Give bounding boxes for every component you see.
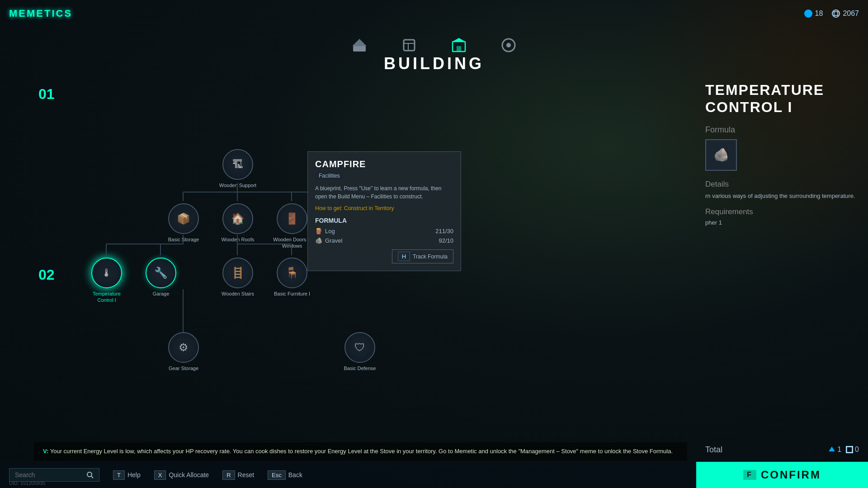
expand-icon [832, 9, 840, 18]
reset-label: Reset [238, 471, 255, 479]
points-value: 18 [815, 9, 823, 18]
node-gear-storage[interactable]: ⚙ Gear Storage [163, 332, 204, 371]
node-wooden-roofs[interactable]: 🏠 Wooden Roofs [217, 203, 258, 243]
top-resources: 18 2067 [804, 9, 859, 18]
node-icon-basic-furniture: 🪑 [285, 267, 299, 279]
details-text: rn various ways of adjusting the surroun… [705, 192, 859, 201]
search-input[interactable] [15, 471, 83, 479]
req-item: pher 1 [705, 219, 859, 226]
cat-icon-4[interactable] [497, 34, 520, 56]
track-formula-button[interactable]: H Track Formula [392, 249, 453, 263]
node-icon-wooden-stairs: 🪜 [231, 267, 245, 279]
node-basic-defense[interactable]: 🛡 Basic Defense [340, 332, 380, 371]
svg-rect-2 [353, 46, 366, 52]
cat-icon-2[interactable] [398, 34, 420, 56]
help-key: T [113, 470, 125, 480]
total-points-icon [828, 446, 835, 453]
node-circle-garage: 🔧 [146, 258, 176, 288]
node-icon-wooden-roofs: 🏠 [231, 212, 245, 225]
node-label-garage: Garage [153, 291, 170, 297]
help-button[interactable]: T Help [113, 470, 141, 480]
node-icon-basic-storage: 📦 [177, 212, 190, 225]
node-icon-temperature-control: 🌡 [101, 267, 112, 279]
svg-marker-8 [453, 38, 465, 42]
node-basic-storage[interactable]: 📦 Basic Storage [163, 203, 204, 243]
reset-key: R [222, 470, 235, 480]
esc-key: Esc [268, 470, 286, 480]
search-box[interactable] [9, 468, 99, 482]
track-key-badge: H [398, 252, 410, 261]
log-name: Log [325, 228, 335, 235]
node-label-basic-storage: Basic Storage [168, 236, 199, 243]
expand-value: 2067 [843, 9, 859, 18]
tooltip-formula-title: FORMULA [315, 217, 453, 224]
total-points: 1 [828, 446, 841, 454]
bottom-message: V: Your current Energy Level is low, whi… [34, 442, 687, 461]
track-label: Track Formula [413, 253, 448, 260]
quick-alloc-key: X [154, 470, 166, 480]
tooltip-popup: CAMPFIRE Facilities A blueprint. Press "… [307, 151, 461, 271]
svg-point-27 [87, 472, 92, 477]
svg-point-11 [506, 43, 511, 47]
search-icon [86, 471, 94, 479]
section-title: BUILDING [384, 54, 484, 73]
node-label-wooden-support: Wooden Support [219, 182, 256, 188]
bottom-key: V: [43, 448, 48, 455]
points-icon [804, 9, 812, 18]
back-button[interactable]: Esc Back [268, 470, 302, 480]
cat-icon-1[interactable] [348, 34, 371, 56]
node-label-temperature-control: Temperature Control I [86, 291, 127, 304]
node-circle-wooden-roofs: 🏠 [222, 203, 253, 234]
bottom-message-text: V: Your current Energy Level is low, whi… [43, 447, 678, 456]
total-points-val: 1 [837, 446, 841, 454]
node-wooden-doors[interactable]: 🚪 Wooden Doors & Windows [272, 203, 312, 249]
confirm-button[interactable]: F CONFIRM [696, 462, 868, 488]
svg-marker-3 [352, 39, 367, 46]
total-expand-val: 0 [855, 446, 859, 454]
formula-label: Formula [705, 125, 859, 135]
total-expand: 0 [846, 446, 859, 454]
node-label-wooden-doors: Wooden Doors & Windows [272, 236, 312, 249]
tooltip-formula-name-log: 🪵 Log [315, 228, 335, 235]
node-label-basic-defense: Basic Defense [344, 365, 376, 371]
node-circle-gear-storage: ⚙ [168, 332, 199, 363]
reset-button[interactable]: R Reset [222, 470, 254, 480]
bottom-bar: T Help X Quick Allocate R Reset Esc Back [0, 462, 696, 488]
cat-icon-building[interactable] [448, 34, 470, 56]
details-label: Details [705, 180, 859, 189]
svg-rect-4 [404, 40, 415, 51]
node-basic-furniture[interactable]: 🪑 Basic Furniture I [272, 258, 312, 297]
tooltip-formula-name-gravel: 🪨 Gravel [315, 237, 342, 244]
node-circle-wooden-doors: 🚪 [277, 203, 307, 234]
uid-text: UID: 151205935 [9, 480, 45, 486]
svg-rect-26 [846, 446, 852, 452]
node-wooden-stairs[interactable]: 🪜 Wooden Stairs [217, 258, 258, 297]
node-icon-basic-defense: 🛡 [354, 341, 365, 354]
node-icon-wooden-support: 🏗 [232, 158, 243, 171]
node-temperature-control[interactable]: 🌡 Temperature Control I [86, 258, 127, 304]
node-garage[interactable]: 🔧 Garage [141, 258, 181, 297]
formula-icon: 🪨 [705, 139, 737, 171]
node-icon-gear-storage: ⚙ [179, 341, 189, 354]
node-label-basic-furniture: Basic Furniture I [274, 291, 310, 297]
tooltip-title: CAMPFIRE [315, 159, 453, 169]
gravel-amount: 92/10 [439, 237, 453, 244]
log-amount: 211/30 [435, 228, 453, 235]
tooltip-track-btn-area: H Track Formula [315, 249, 453, 263]
node-wooden-support[interactable]: 🏗 Wooden Support [217, 149, 258, 188]
node-circle-basic-furniture: 🪑 [277, 258, 307, 288]
confirm-key-badge: F [743, 470, 756, 480]
gravel-name: Gravel [325, 237, 342, 244]
node-label-wooden-stairs: Wooden Stairs [222, 291, 254, 297]
quick-allocate-button[interactable]: X Quick Allocate [154, 470, 209, 480]
tooltip-formula-row-gravel: 🪨 Gravel 92/10 [315, 237, 453, 244]
tooltip-category: Facilities [315, 172, 344, 180]
svg-line-28 [91, 476, 93, 478]
panel-title: TEMPERATURECONTROL I [705, 81, 859, 116]
requirements-label: Requirements [705, 207, 859, 216]
tier-02-label: 02 [38, 267, 55, 283]
log-icon: 🪵 [315, 228, 322, 235]
node-icon-garage: 🔧 [154, 267, 168, 279]
node-label-gear-storage: Gear Storage [169, 365, 198, 371]
right-panel: TEMPERATURECONTROL I Formula 🪨 Details r… [696, 72, 868, 461]
